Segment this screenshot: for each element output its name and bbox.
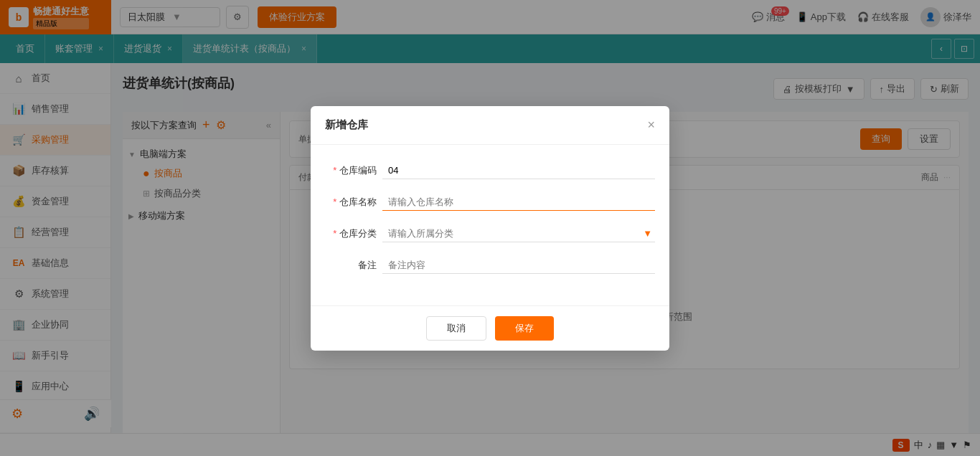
modal-body: 仓库编码 仓库名称 仓库分类 ▼ 备注 [311, 145, 669, 305]
form-row-category: 仓库分类 ▼ [325, 225, 655, 242]
form-label-name: 仓库名称 [325, 196, 382, 209]
modal-header: 新增仓库 × [311, 106, 669, 145]
warehouse-category-input[interactable] [382, 225, 643, 242]
form-row-code: 仓库编码 [325, 162, 655, 179]
modal-title: 新增仓库 [325, 118, 368, 132]
save-button[interactable]: 保存 [495, 316, 554, 341]
warehouse-name-input[interactable] [382, 194, 655, 211]
form-label-category: 仓库分类 [325, 227, 382, 240]
new-warehouse-modal: 新增仓库 × 仓库编码 仓库名称 仓库分类 ▼ [311, 106, 669, 351]
modal-close-button[interactable]: × [647, 118, 655, 133]
form-row-name: 仓库名称 [325, 194, 655, 211]
form-row-remark: 备注 [325, 257, 655, 274]
modal-overlay: 新增仓库 × 仓库编码 仓库名称 仓库分类 ▼ [0, 0, 980, 456]
category-select-wrap: ▼ [382, 225, 655, 242]
form-label-remark: 备注 [325, 259, 382, 272]
cancel-button[interactable]: 取消 [426, 316, 486, 341]
warehouse-remark-input[interactable] [382, 257, 655, 274]
category-dropdown-arrow[interactable]: ▼ [643, 228, 652, 239]
form-label-code: 仓库编码 [325, 164, 382, 177]
modal-footer: 取消 保存 [311, 305, 669, 351]
warehouse-code-input[interactable] [382, 162, 655, 179]
